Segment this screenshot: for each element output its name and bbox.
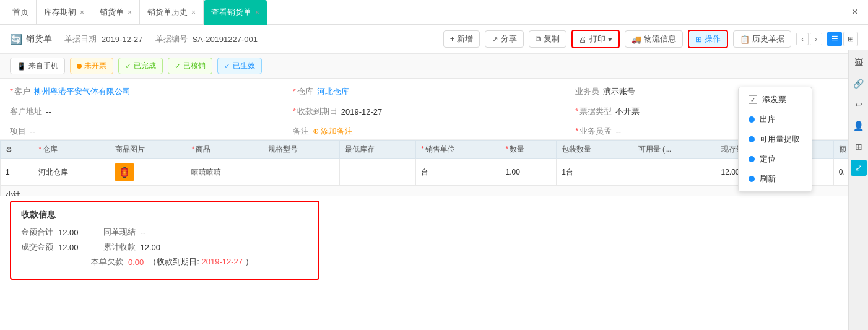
grid-view-button[interactable]: ⊞	[843, 32, 858, 46]
address-value: --	[46, 107, 51, 116]
locate-icon	[749, 156, 755, 162]
payment-date-value: 2019-12-27	[341, 107, 383, 116]
ticket-type-label: 票据类型	[575, 106, 612, 117]
payment-date-label: 收款到期日	[293, 106, 337, 117]
tab-sales-order[interactable]: 销货单 ×	[92, 0, 140, 25]
locate-item[interactable]: 定位	[739, 149, 812, 169]
warehouse-value[interactable]: 河北仓库	[317, 86, 349, 97]
same-order-item: 同单现结 --	[103, 227, 146, 238]
check-icon: ✓	[125, 62, 131, 71]
doc-type-icon: 🔄	[10, 33, 22, 45]
payment-row-2: 成交金额 12.00 累计收款 12.00	[21, 241, 308, 253]
sidebar-user-button[interactable]: 👤	[851, 118, 867, 134]
customer-field: 客户 柳州粤港平安气体有限公司	[10, 86, 293, 97]
list-view-button[interactable]: ☰	[827, 32, 842, 46]
spec-column-header: 规格型号	[263, 141, 340, 159]
prev-button[interactable]: ‹	[796, 33, 809, 45]
balance-item: 本单欠款 0.00 （收款到期日: 2019-12-27 ）	[91, 256, 253, 267]
cumulative-value: 12.00	[141, 243, 161, 252]
salesperson-value: 演示账号	[603, 86, 635, 97]
sidebar-link-button[interactable]: 🔗	[851, 76, 867, 92]
close-sales-history-tab[interactable]: ×	[191, 8, 196, 17]
project-field: 项目 --	[10, 126, 293, 137]
next-button[interactable]: ›	[810, 33, 822, 45]
sidebar-reply-button[interactable]: ↩	[851, 97, 867, 113]
tab-sales-history[interactable]: 销货单历史 ×	[140, 0, 204, 25]
cumulative-label: 累计收款	[103, 241, 136, 253]
warehouse-label: 仓库	[293, 86, 313, 97]
outbound-item[interactable]: 出库	[739, 110, 812, 129]
min-stock-column-header: 最低库存	[339, 141, 416, 159]
refresh-item[interactable]: 刷新	[739, 169, 812, 189]
customer-label: 客户	[10, 86, 30, 97]
payment-date-field: 收款到期日 2019-12-27	[293, 106, 576, 117]
row-quantity: 1.00	[500, 159, 557, 186]
transaction-item: 成交金额 12.00	[21, 241, 79, 253]
salesperson-label: 业务员	[575, 86, 599, 97]
sidebar-expand-button[interactable]: ⤢	[851, 160, 867, 176]
unit-column-header: 销售单位	[416, 141, 500, 159]
date-value: 2019-12-27	[102, 35, 143, 44]
due-date-info: （收款到期日: 2019-12-27 ）	[149, 256, 253, 267]
sales-rep-value: --	[615, 127, 621, 136]
product-image: 🏮	[115, 163, 134, 181]
not-invoiced-button[interactable]: 未开票	[70, 58, 113, 74]
pack-qty-column-header: 包装数量	[557, 141, 633, 159]
close-inventory-init-tab[interactable]: ×	[80, 8, 84, 17]
right-sidebar: 🖼 🔗 ↩ 👤 ⊞ ⤢	[848, 50, 868, 330]
copy-button[interactable]: ⧉ 复制	[529, 30, 566, 48]
truck-icon: 🚚	[631, 35, 641, 44]
row-spec	[263, 159, 340, 186]
outbound-icon	[749, 116, 755, 123]
project-label: 项目	[10, 126, 26, 137]
ticket-type-value: 不开票	[615, 106, 640, 117]
doc-header: 🔄 销货单 单据日期 2019-12-27 单据编号 SA-20191227-0…	[0, 25, 868, 54]
quantity-column-header: 数量	[500, 141, 557, 159]
window-close-button[interactable]: ×	[846, 6, 863, 19]
row-unit: 台	[416, 159, 500, 186]
print-dropdown-icon: ▾	[608, 35, 612, 44]
close-view-sales-tab[interactable]: ×	[255, 8, 259, 17]
row-product: 嘻嘻嘻嘻	[186, 159, 263, 186]
history-button[interactable]: 📋 历史单据	[733, 30, 791, 48]
doc-number-meta: 单据编号 SA-20191227-001	[155, 33, 258, 45]
verified-button[interactable]: ✓ 已核销	[168, 58, 212, 74]
close-sales-order-tab[interactable]: ×	[128, 8, 132, 17]
balance-label: 本单欠款	[91, 256, 123, 267]
sidebar-grid-button[interactable]: ⊞	[851, 139, 867, 155]
ticket-type-field: 票据类型 不开票	[575, 106, 858, 117]
row-pack-qty: 1台	[557, 159, 633, 186]
from-mobile-button[interactable]: 📱 来自手机	[10, 58, 65, 74]
row-min-stock	[339, 159, 416, 186]
payment-info-title: 收款信息	[21, 209, 308, 220]
row-warehouse: 河北仓库	[33, 159, 110, 186]
print-button[interactable]: 🖨 打印 ▾	[571, 30, 620, 48]
operation-button[interactable]: ⊞ 操作	[688, 30, 728, 48]
logistics-button[interactable]: 🚚 物流信息	[625, 30, 683, 48]
number-label: 单据编号	[155, 33, 188, 45]
tab-inventory-init[interactable]: 库存期初 ×	[37, 0, 92, 25]
tab-view-sales[interactable]: 查看销货单 ×	[204, 0, 267, 25]
cumulative-item: 累计收款 12.00	[103, 241, 161, 253]
customer-value[interactable]: 柳州粤港平安气体有限公司	[34, 86, 131, 97]
effective-button[interactable]: ✓ 已生效	[217, 58, 262, 74]
effective-check-icon: ✓	[224, 62, 230, 71]
operation-icon: ⊞	[695, 35, 702, 44]
share-button[interactable]: ↗ 分享	[485, 30, 524, 48]
available-qty-item[interactable]: 可用量提取	[739, 129, 812, 149]
refresh-icon	[749, 176, 755, 182]
sidebar-image-button[interactable]: 🖼	[851, 54, 867, 71]
same-order-label: 同单现结	[103, 227, 136, 238]
address-label: 客户地址	[10, 106, 42, 117]
invoice-icon: ✓	[749, 95, 757, 104]
history-icon: 📋	[740, 35, 750, 44]
completed-button[interactable]: ✓ 已完成	[118, 58, 163, 74]
tab-home[interactable]: 首页	[5, 0, 37, 25]
settings-icon: ⚙	[6, 145, 12, 154]
add-invoice-item[interactable]: ✓ 添发票	[739, 90, 812, 110]
note-field: 备注 ⊕ 添加备注	[293, 126, 576, 137]
add-note-button[interactable]: ⊕ 添加备注	[313, 126, 354, 137]
copy-icon: ⧉	[536, 34, 541, 44]
new-button[interactable]: + 新增	[443, 30, 480, 48]
product-column-header: 商品	[186, 141, 263, 159]
